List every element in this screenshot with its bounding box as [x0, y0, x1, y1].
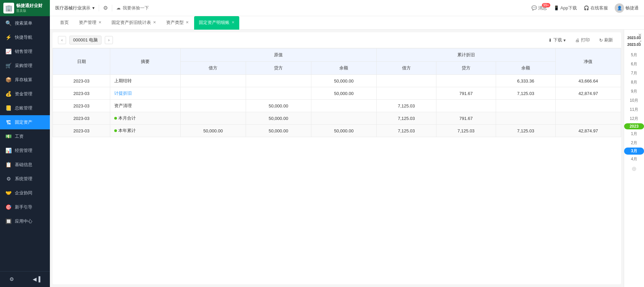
sidebar-settings-button[interactable]: ⚙ — [7, 274, 16, 284]
sidebar-item-payroll[interactable]: 💵 工资 — [0, 129, 50, 144]
cell-orig-balance — [311, 100, 376, 112]
tab-bar: 首页 资产管理 ✕ 固定资产折旧统计表 ✕ 资产类型 ✕ 固定资产明细账 ✕ — [50, 16, 644, 30]
dropdown-icon: ▾ — [563, 38, 566, 43]
tab-asset-type-close[interactable]: ✕ — [186, 20, 189, 25]
cell-net — [555, 112, 621, 125]
refresh-label: 刷新 — [604, 37, 613, 43]
system-icon: ⚙ — [5, 176, 11, 182]
cell-desc: 计提折旧 — [110, 87, 180, 100]
timeline-month-10[interactable]: 10月 — [624, 96, 644, 105]
refresh-button[interactable]: ↻ 刷新 — [596, 36, 616, 44]
timeline-month-9[interactable]: 9月 — [624, 87, 644, 96]
cell-date: 2023-03 — [53, 125, 110, 137]
timeline-year-2023[interactable]: 2023 — [624, 123, 644, 129]
app-download-button[interactable]: 📱 App下载 — [554, 5, 577, 11]
search-icon: 🔍 — [5, 20, 11, 26]
tab-depreciation-stats[interactable]: 固定资产折旧统计表 ✕ — [107, 16, 161, 30]
cell-dep-balance: 6,333.36 — [496, 75, 555, 87]
tab-depreciation-stats-close[interactable]: ✕ — [153, 20, 156, 25]
timeline-month-6[interactable]: 6月 — [624, 60, 644, 69]
sidebar-collapse-button[interactable]: ◀▐ — [31, 274, 42, 284]
prev-asset-button[interactable]: ‹ — [58, 36, 66, 44]
timeline-close-button[interactable]: ✕ — [638, 32, 642, 38]
tab-home[interactable]: 首页 — [55, 16, 73, 30]
sidebar-item-basic-info[interactable]: 📋 基础信息 — [0, 158, 50, 172]
experience-label: 我要体验一下 — [123, 5, 149, 11]
col-orig-balance: 余额 — [311, 62, 376, 75]
col-group-depreciation: 累计折旧 — [376, 49, 555, 62]
message-button[interactable]: 💬 消息 99+ — [531, 5, 547, 11]
tab-home-label: 首页 — [60, 20, 69, 26]
cell-net: 42,874.97 — [555, 125, 621, 137]
sidebar-item-label: 经营管理 — [15, 148, 32, 154]
table-row: 2023-03 本年累计 50,000.00 50,000.00 50,000.… — [53, 125, 621, 137]
tab-asset-mgmt-close[interactable]: ✕ — [98, 20, 101, 25]
sidebar-item-quicknav[interactable]: ⚡ 快捷导航 — [0, 30, 50, 44]
sidebar-item-label: 企业协同 — [15, 190, 32, 196]
download-button[interactable]: ⬇ 下载 ▾ — [546, 36, 569, 44]
tab-asset-type[interactable]: 资产类型 ✕ — [161, 16, 193, 30]
sidebar-item-fixed-assets[interactable]: 🏗 固定资产 — [0, 115, 50, 129]
panel-toolbar: ‹ 000001 电脑 › ⬇ 下载 ▾ 🖨 打印 ↻ 刷新 — [53, 32, 621, 48]
timeline-month-7[interactable]: 7月 — [624, 69, 644, 78]
user-menu-button[interactable]: 👤 畅捷通 — [615, 3, 639, 13]
cell-orig-credit: 50,000.00 — [246, 100, 311, 112]
operations-icon: 📊 — [5, 148, 11, 154]
app-center-icon: 🔲 — [5, 218, 11, 224]
cloud-icon: ☁ — [116, 5, 121, 10]
customer-service-button[interactable]: 🎧 在线客服 — [584, 5, 608, 11]
refresh-icon: ↻ — [599, 38, 603, 43]
print-button[interactable]: 🖨 打印 — [573, 36, 592, 44]
timeline-month-11[interactable]: 11月 — [624, 105, 644, 114]
timeline-month-2[interactable]: 2月 — [624, 138, 644, 148]
sidebar-item-label: 基础信息 — [15, 162, 32, 168]
tab-asset-mgmt-label: 资产管理 — [79, 20, 96, 26]
tab-asset-detail[interactable]: 固定资产明细账 ✕ — [194, 16, 239, 30]
sidebar-item-operations[interactable]: 📊 经营管理 — [0, 144, 50, 158]
sidebar-item-label: 搜索菜单 — [15, 20, 32, 26]
timeline-month-3[interactable]: 3月 — [624, 148, 644, 155]
settings-icon[interactable]: ⚙ — [103, 5, 108, 11]
experience-button[interactable]: ☁ 我要体验一下 — [116, 5, 149, 11]
cell-orig-debit — [180, 100, 246, 112]
timeline-panel: ✕ ⤢ 2023.03 2023.03 5月 6月 7月 8月 9月 10月 1… — [624, 30, 644, 287]
tab-asset-detail-label: 固定资产明细账 — [199, 20, 229, 26]
sidebar-item-search[interactable]: 🔍 搜索菜单 — [0, 16, 50, 30]
tab-asset-detail-close[interactable]: ✕ — [232, 20, 235, 25]
sidebar-item-cooperation[interactable]: 🤝 企业协同 — [0, 186, 50, 200]
cell-net — [555, 100, 621, 112]
sidebar-item-system[interactable]: ⚙ 系统管理 — [0, 172, 50, 186]
timeline-month-1[interactable]: 1月 — [624, 129, 644, 138]
guide-icon: 🎯 — [5, 204, 11, 210]
sidebar-item-app-center[interactable]: 🔲 应用中心 — [0, 214, 50, 228]
col-group-original: 原值 — [180, 49, 376, 62]
sidebar-item-purchase[interactable]: 🛒 采购管理 — [0, 59, 50, 73]
green-dot-icon — [114, 117, 117, 120]
cell-desc: 本年累计 — [110, 125, 180, 137]
timeline-month-5[interactable]: 5月 — [624, 51, 644, 60]
sidebar-item-inventory[interactable]: 📦 库存核算 — [0, 73, 50, 87]
year-total-label: 本年累计 — [118, 128, 136, 134]
inventory-icon: 📦 — [5, 77, 11, 83]
sidebar-item-sales[interactable]: 📈 销售管理 — [0, 44, 50, 59]
cell-dep-debit: 7,125.03 — [376, 112, 436, 125]
cell-date: 2023-03 — [53, 100, 110, 112]
sidebar-item-label: 资金管理 — [15, 91, 32, 97]
timeline-month-12[interactable]: 12月 — [624, 114, 644, 123]
cell-dep-debit — [376, 75, 436, 87]
print-label: 打印 — [581, 37, 590, 43]
sidebar-item-finance[interactable]: 💰 资金管理 — [0, 87, 50, 101]
sidebar-item-ledger[interactable]: 📒 总账管理 — [0, 101, 50, 115]
sidebar-item-guide[interactable]: 🎯 新手引导 — [0, 200, 50, 214]
timeline-month-4[interactable]: 4月 — [624, 155, 644, 164]
tab-asset-mgmt[interactable]: 资产管理 ✕ — [74, 16, 106, 30]
timeline-expand-button[interactable]: ⤢ — [638, 39, 642, 44]
company-selector[interactable]: 医疗器械行业演示 ▾ — [55, 5, 95, 11]
timeline-down-arrow[interactable]: ⊕ — [632, 165, 637, 172]
next-asset-button[interactable]: › — [105, 36, 113, 44]
message-icon: 💬 — [531, 5, 537, 10]
table-row: 2023-03 上期结转 50,000.00 6,333.36 43,666.6… — [53, 75, 621, 87]
timeline-month-8[interactable]: 8月 — [624, 78, 644, 87]
headset-icon: 🎧 — [584, 5, 589, 10]
green-dot-icon — [114, 129, 117, 132]
